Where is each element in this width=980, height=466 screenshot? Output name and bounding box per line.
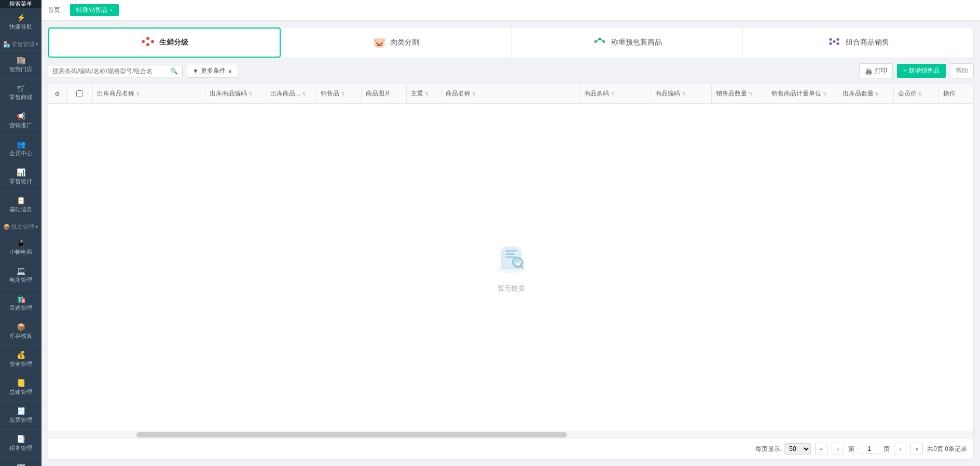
svg-line-7 (596, 39, 600, 42)
current-tab[interactable]: 特殊销售品 × (70, 4, 119, 16)
th-sale-goods[interactable]: 销售品 ⇅ (316, 84, 362, 103)
help-button[interactable]: 帮助 (950, 63, 974, 78)
select-all-checkbox[interactable] (76, 90, 83, 97)
weighing-pack-icon (592, 36, 607, 50)
sidebar-item-retail-mall[interactable]: 🛒 零售商城 (0, 79, 42, 107)
per-page-label: 每页显示 (755, 445, 780, 454)
sidebar-item-ecommerce-mgmt[interactable]: 💻 电商管理 (0, 262, 42, 290)
th-sale-qty[interactable]: 销售品数量 ⇅ (712, 84, 767, 103)
new-label: + 新增销售品 (903, 66, 940, 75)
cat-tab-combo-goods-label: 组合商品销售 (846, 38, 889, 47)
sidebar-item-inventory[interactable]: 📦 库存核算 (0, 318, 42, 346)
next-page-btn[interactable]: › (894, 443, 906, 455)
sidebar-item-fixed-assets[interactable]: 🏢 固定资产 (0, 458, 42, 466)
sidebar-item-label: 零售商城 (9, 93, 32, 101)
invoice-icon: 🧾 (17, 407, 25, 415)
th-out-goods-name[interactable]: 出库商品名称 ⇅ (93, 84, 205, 103)
cat-tab-combo-goods[interactable]: 组合商品销售 (743, 28, 973, 58)
cat-tab-weighing-pack[interactable]: 称重预包装商品 (512, 28, 743, 58)
search-box[interactable]: 🔍 (48, 65, 183, 77)
svg-point-12 (836, 42, 839, 45)
th-barcode[interactable]: 商品条码 ⇅ (580, 84, 651, 103)
sidebar-item-basic-info[interactable]: 📋 基础信息 (0, 191, 42, 219)
page-label-pre: 第 (848, 445, 854, 454)
sort-icon: ⇅ (302, 91, 306, 97)
total-text: 共0页 0条记录 (927, 445, 967, 454)
sidebar-item-finance[interactable]: 💰 资金管理 (0, 346, 42, 374)
main-content: 首页 › 特殊销售品 × (42, 0, 980, 466)
new-sale-button[interactable]: + 新增销售品 (897, 64, 946, 78)
table-header: ⚙ 出库商品名称 ⇅ 出库商品编码 ⇅ 出库商品... ⇅ (48, 84, 973, 104)
tab-close-icon[interactable]: × (109, 7, 113, 13)
cat-tab-fresh-grade-label: 生鲜分级 (159, 38, 188, 47)
per-page-select[interactable]: 50 10 20 100 (784, 443, 811, 455)
empty-state: 暂无数据 (48, 104, 973, 431)
purchase-mgmt-icon: 🛍️ (17, 295, 25, 303)
th-out-goods-code[interactable]: 出库商品编码 ⇅ (205, 84, 266, 103)
sort-icon: ⇅ (611, 91, 615, 97)
th-out-qty[interactable]: 出库品数量 ⇅ (838, 84, 894, 103)
page-input[interactable] (859, 444, 879, 454)
th-out-goods-spec[interactable]: 出库商品... ⇅ (266, 84, 316, 103)
search-input[interactable] (52, 67, 168, 75)
sidebar-item-retail-mgmt[interactable]: 🏪 零售管理 ▾ (0, 36, 42, 51)
sidebar-item-label: 小畅电商 (9, 248, 32, 256)
th-goods-img: 商品图片 (362, 84, 407, 103)
marketing-icon: 📢 (17, 112, 25, 120)
sidebar-item-marketing[interactable]: 📢 营销推广 (0, 107, 42, 135)
sidebar-item-retail-stat[interactable]: 📊 零售统计 (0, 163, 42, 191)
sidebar-item-label: 批发管理 (11, 223, 34, 231)
data-table: ⚙ 出库商品名称 ⇅ 出库商品编码 ⇅ 出库商品... ⇅ (48, 84, 974, 460)
toolbar-right: 🖨️ 打印 + 新增销售品 帮助 (859, 63, 974, 78)
quick-nav-icon: ⚡ (17, 13, 25, 22)
th-setting[interactable]: ⚙ (48, 84, 67, 103)
th-checkbox[interactable] (67, 84, 93, 103)
sort-icon: ⇅ (823, 91, 827, 97)
sidebar-item-member[interactable]: 👥 会员中心 (0, 135, 42, 163)
top-bar: 首页 › 特殊销售品 × (42, 0, 980, 21)
th-goods-name[interactable]: 商品名称 ⇅ (441, 84, 580, 103)
svg-point-10 (836, 38, 839, 40)
cat-tab-meat-cut[interactable]: 🐷 肉类分割 (281, 28, 512, 58)
sort-icon: ⇅ (425, 91, 429, 97)
horizontal-scrollbar[interactable] (48, 431, 973, 438)
sidebar-item-tax[interactable]: 📑 税务管理 (0, 430, 42, 458)
prev-page-btn[interactable]: ‹ (832, 443, 844, 455)
prev-page-icon: ‹ (837, 446, 839, 452)
chevron-down-icon: ▾ (35, 224, 38, 230)
breadcrumb-home[interactable]: 首页 (48, 6, 60, 15)
wholesale-mgmt-icon: 📦 (3, 224, 10, 230)
sidebar-item-smart-store[interactable]: 🏬 智慧门店 (0, 51, 42, 79)
first-page-btn[interactable]: « (815, 443, 827, 455)
retail-mgmt-icon: 🏪 (3, 41, 10, 48)
sidebar: 搜索菜单 ⚡ 快捷导航 🏪 零售管理 ▾ 🏬 智慧门店 🛒 零售商城 📢 营销推… (0, 0, 42, 466)
sidebar-item-purchase-mgmt[interactable]: 🛍️ 采购管理 (0, 290, 42, 318)
toolbar-left: 🔍 ▼ 更多条件 ∨ (48, 64, 238, 78)
sidebar-item-wholesale-mgmt[interactable]: 📦 批发管理 ▾ (0, 219, 42, 234)
sidebar-item-ecommerce-mini[interactable]: 📱 小畅电商 (0, 234, 42, 262)
th-sale-unit[interactable]: 销售商品计量单位 ⇅ (767, 84, 838, 103)
inventory-icon: 📦 (17, 323, 25, 331)
scroll-thumb[interactable] (136, 432, 567, 437)
ledger-icon: 📒 (17, 379, 25, 387)
sidebar-item-label: 零售管理 (11, 40, 34, 48)
print-button[interactable]: 🖨️ 打印 (859, 63, 893, 78)
th-member-price[interactable]: 会员价 ⇅ (894, 84, 939, 103)
finance-icon: 💰 (17, 351, 25, 359)
th-actions: 操作 (939, 84, 973, 103)
th-goods-code[interactable]: 商品编码 ⇅ (651, 84, 712, 103)
cat-tab-fresh-grade[interactable]: 生鲜分级 (48, 28, 281, 58)
last-page-icon: » (915, 446, 918, 452)
svg-rect-17 (505, 250, 517, 252)
sidebar-item-invoice[interactable]: 🧾 发票管理 (0, 402, 42, 430)
sidebar-logo[interactable]: 搜索菜单 (0, 0, 42, 8)
filter-btn[interactable]: ▼ 更多条件 ∨ (187, 64, 238, 78)
svg-point-1 (146, 37, 149, 40)
sidebar-item-quick-nav[interactable]: ⚡ 快捷导航 (0, 8, 42, 36)
sidebar-item-label: 资金管理 (9, 360, 32, 368)
print-label: 打印 (875, 66, 887, 75)
th-main[interactable]: 主重 ⇅ (407, 84, 441, 103)
last-page-btn[interactable]: » (910, 443, 923, 455)
search-icon[interactable]: 🔍 (170, 67, 178, 75)
sidebar-item-ledger[interactable]: 📒 总账管理 (0, 374, 42, 402)
